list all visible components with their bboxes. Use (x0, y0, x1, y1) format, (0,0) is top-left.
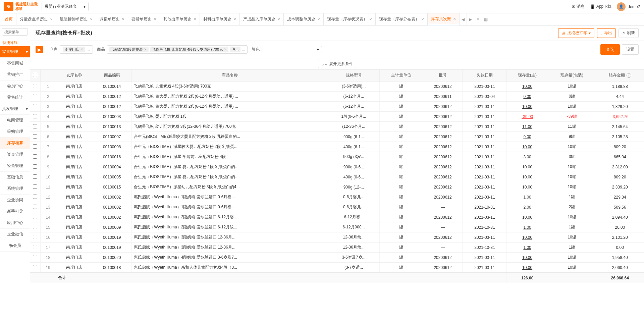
tab-chengben[interactable]: 成本调整单历史 ✕ (284, 13, 324, 25)
tab-qitachu[interactable]: 其他出库单历史 ✕ (160, 13, 200, 25)
product-filter-input[interactable]: 飞鹤奶粉3段两提装 ✕ 飞鹤星飞帆 儿童奶粉 4段(3-6岁适用) 700克 ✕… (107, 45, 248, 54)
td-checkbox[interactable] (30, 142, 40, 152)
app-download-btn[interactable]: 📱 App下载 (590, 4, 611, 9)
row-checkbox[interactable] (33, 84, 37, 88)
close-icon[interactable]: ✕ (277, 17, 280, 21)
filter-expand-btn[interactable]: ▶ (36, 46, 43, 53)
row-checkbox[interactable] (33, 205, 37, 209)
td-stock-main[interactable]: 9.00 (507, 132, 548, 142)
search-input[interactable] (2, 28, 28, 36)
sidebar-item-appcenter[interactable]: 应用中心 (0, 217, 30, 229)
tab-xianzai-status[interactable]: 现存量（库存状况表） ✕ (324, 13, 376, 25)
td-checkbox[interactable] (30, 243, 40, 253)
tab-kucan-pici[interactable]: 库存批次账 ✕ (428, 13, 460, 25)
th-checkbox[interactable] (30, 70, 40, 81)
td-stock-main[interactable]: 10.00 (507, 232, 548, 243)
tab-home[interactable]: 首页 (1, 13, 16, 25)
remove-warehouse-tag[interactable]: ✕ (80, 48, 83, 51)
row-checkbox[interactable] (33, 245, 37, 249)
row-checkbox[interactable] (33, 215, 37, 219)
close-icon[interactable]: ✕ (317, 17, 320, 21)
td-checkbox[interactable] (30, 212, 40, 222)
row-checkbox[interactable] (33, 265, 37, 269)
tab-xianzai-distr[interactable]: 现存量（库存分布表） ✕ (376, 13, 428, 25)
td-checkbox[interactable] (30, 122, 40, 132)
balance-info-icon[interactable]: i (627, 73, 631, 78)
tab-chanpin[interactable]: 产成品入库单历史 ✕ (240, 13, 284, 25)
td-checkbox[interactable] (30, 81, 40, 92)
product-more-icon[interactable]: ... (242, 47, 245, 52)
td-checkbox[interactable] (30, 102, 40, 112)
row-checkbox[interactable] (33, 235, 37, 239)
td-stock-main[interactable]: 3.00 (507, 152, 548, 162)
tab-next-btn[interactable]: ▶ (467, 13, 474, 25)
refresh-btn[interactable]: ↻ 刷新 (619, 28, 639, 38)
row-checkbox[interactable] (33, 94, 37, 98)
sidebar-quick-nav[interactable]: 快捷导航 (0, 38, 30, 46)
td-checkbox[interactable] (30, 172, 40, 182)
td-stock-main[interactable]: 1.00 (507, 222, 548, 232)
td-stock-main[interactable]: 10.00 (507, 182, 548, 192)
td-checkbox[interactable] (30, 232, 40, 243)
sidebar-item-newguide[interactable]: 新手引导 (0, 206, 30, 217)
td-stock-main[interactable]: 0.00 (507, 92, 548, 102)
sidebar-item-business[interactable]: 经营管理 (0, 160, 30, 172)
warehouse-filter-input[interactable]: 南岸门店 ✕ ... (60, 45, 93, 54)
remove-product-tag-2[interactable]: ✕ (224, 48, 226, 51)
close-icon[interactable]: ✕ (369, 17, 372, 21)
td-stock-main[interactable]: -39.00 (507, 112, 548, 122)
tab-close-btn[interactable]: ✕ (474, 13, 482, 25)
sidebar-item-retail[interactable]: 零售管理 ▾ (0, 46, 30, 58)
sidebar-item-stats[interactable]: 零售统计 (0, 92, 30, 103)
close-icon[interactable]: ✕ (194, 17, 196, 21)
td-stock-main[interactable]: 10.00 (507, 142, 548, 152)
sidebar-item-member[interactable]: 会员中心 (0, 80, 30, 92)
print-btn[interactable]: 🖨 按模板打印 ▾ (558, 28, 594, 38)
td-stock-main[interactable]: 10.00 (507, 81, 548, 92)
td-stock-main[interactable]: 10.00 (507, 253, 548, 263)
sidebar-item-enterprise[interactable]: 企业协同 (0, 195, 30, 206)
sidebar-item-inventory[interactable]: 库存核算 (0, 138, 30, 149)
sidebar-item-wechat[interactable]: 企业微信 (0, 229, 30, 240)
td-stock-main[interactable]: 10.00 (507, 212, 548, 222)
td-stock-main[interactable]: 10.00 (507, 263, 548, 273)
tab-cailiao[interactable]: 材料出库单历史 ✕ (200, 13, 240, 25)
setting-button[interactable]: 设置 (622, 44, 639, 55)
sidebar-item-retail-shop[interactable]: 零售商城 (0, 58, 30, 69)
row-checkbox[interactable] (33, 124, 37, 128)
close-icon[interactable]: ✕ (453, 17, 456, 21)
close-icon[interactable]: ✕ (90, 17, 93, 21)
select-all-checkbox[interactable] (33, 73, 37, 77)
row-checkbox[interactable] (33, 225, 37, 229)
td-checkbox[interactable] (30, 263, 40, 273)
row-checkbox[interactable] (33, 114, 37, 118)
tab-yaohuo[interactable]: 要货单历史 ✕ (128, 13, 160, 25)
td-checkbox[interactable] (30, 132, 40, 142)
remove-product-tag-1[interactable]: ✕ (144, 48, 147, 51)
row-checkbox[interactable] (33, 195, 37, 199)
sidebar-item-ecommerce[interactable]: 电商管理 (0, 115, 30, 126)
td-checkbox[interactable] (30, 253, 40, 263)
row-checkbox[interactable] (33, 104, 37, 108)
close-icon[interactable]: ✕ (233, 17, 236, 21)
td-checkbox[interactable] (30, 182, 40, 192)
tab-prev-btn[interactable]: ◀ (460, 13, 467, 25)
sidebar-item-wholesale[interactable]: 批发管理 ▾ (0, 103, 30, 115)
td-checkbox[interactable] (30, 152, 40, 162)
export-btn[interactable]: ↓ 导出 (597, 28, 616, 38)
row-checkbox[interactable] (33, 184, 37, 189)
tab-zuhe[interactable]: 组装拆卸单历史 ✕ (56, 13, 96, 25)
td-stock-main[interactable]: 10.00 (507, 162, 548, 172)
search-button[interactable]: 查询 (600, 44, 620, 55)
td-stock-main[interactable]: 11.00 (507, 122, 548, 132)
warehouse-more-icon[interactable]: ... (87, 47, 90, 52)
tab-fenpan[interactable]: 分量盘点单历史 ✕ (16, 13, 56, 25)
close-icon[interactable]: ✕ (122, 17, 124, 21)
user-area[interactable]: 👤 demo2 (617, 2, 640, 11)
row-checkbox[interactable] (33, 134, 37, 139)
expand-more-btn[interactable]: ⌄⌄ 展开更多条件 (318, 60, 356, 68)
sidebar-item-basic[interactable]: 基础信息 (0, 172, 30, 183)
sidebar-item-system[interactable]: 系统管理 (0, 183, 30, 195)
td-checkbox[interactable] (30, 202, 40, 212)
td-checkbox[interactable] (30, 162, 40, 172)
